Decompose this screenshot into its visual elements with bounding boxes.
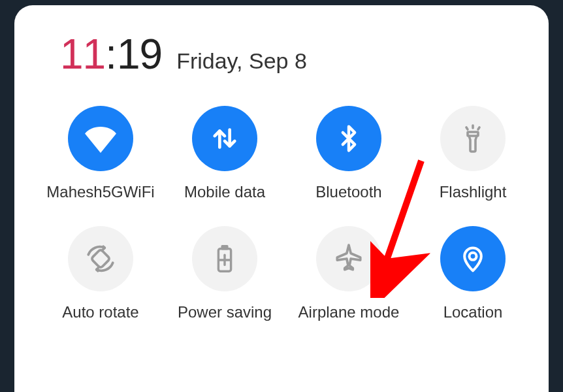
power-saving-label: Power saving bbox=[178, 303, 272, 321]
auto-rotate-label: Auto rotate bbox=[62, 303, 138, 321]
quick-settings-grid: Mahesh5GWiFi Mobile data Bluetooth bbox=[42, 106, 521, 321]
auto-rotate-tile[interactable]: Auto rotate bbox=[42, 226, 159, 321]
date-label: Friday, Sep 8 bbox=[176, 48, 307, 74]
svg-rect-1 bbox=[91, 249, 110, 268]
clock-minutes: 19 bbox=[117, 31, 162, 78]
power-saving-tile[interactable]: Power saving bbox=[166, 226, 283, 321]
bluetooth-label: Bluetooth bbox=[315, 183, 381, 201]
clock: 11:19 bbox=[60, 30, 162, 78]
bluetooth-tile[interactable]: Bluetooth bbox=[290, 106, 408, 201]
airplane-mode-label: Airplane mode bbox=[298, 303, 400, 321]
mobile-data-icon bbox=[192, 106, 257, 171]
svg-point-3 bbox=[470, 253, 477, 260]
status-header: 11:19 Friday, Sep 8 bbox=[42, 30, 521, 78]
quick-settings-panel: 11:19 Friday, Sep 8 Mahesh5GWiFi Mobile … bbox=[14, 5, 549, 392]
clock-separator: : bbox=[105, 31, 117, 78]
airplane-icon bbox=[316, 226, 381, 291]
flashlight-icon bbox=[440, 106, 506, 171]
mobile-data-tile[interactable]: Mobile data bbox=[166, 106, 283, 201]
flashlight-label: Flashlight bbox=[440, 183, 507, 201]
flashlight-tile[interactable]: Flashlight bbox=[414, 106, 532, 201]
location-tile[interactable]: Location bbox=[414, 226, 532, 321]
wifi-label: Mahesh5GWiFi bbox=[46, 183, 154, 201]
mobile-data-label: Mobile data bbox=[184, 183, 265, 201]
clock-hours: 11 bbox=[60, 31, 105, 78]
airplane-mode-tile[interactable]: Airplane mode bbox=[290, 226, 408, 321]
location-label: Location bbox=[443, 303, 503, 321]
auto-rotate-icon bbox=[68, 226, 133, 291]
bluetooth-icon bbox=[316, 106, 381, 171]
location-icon bbox=[440, 226, 506, 291]
wifi-icon bbox=[68, 106, 133, 171]
wifi-tile[interactable]: Mahesh5GWiFi bbox=[42, 106, 159, 201]
power-saving-icon bbox=[192, 226, 257, 291]
